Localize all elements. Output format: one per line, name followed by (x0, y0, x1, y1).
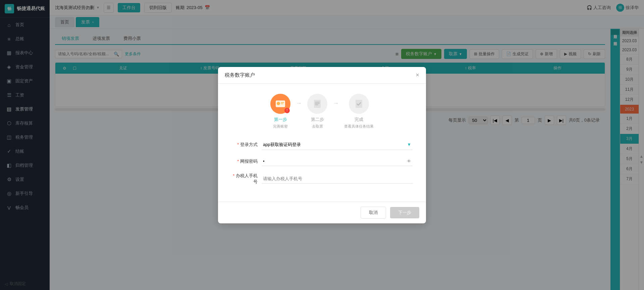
modal-title: 税务数字账户 (225, 72, 255, 78)
next-button[interactable]: 下一步 (390, 207, 419, 218)
svg-point-1 (277, 102, 280, 105)
step3-label: 完成 (355, 117, 363, 123)
required-star: * (237, 142, 239, 147)
svg-rect-2 (281, 102, 284, 103)
arrow-2-3: → (327, 94, 344, 107)
login-method-row: * 登录方式 app获取验证码登录 ▼ (231, 140, 413, 150)
password-row: * 网报密码 👁 (231, 157, 413, 166)
login-method-dropdown[interactable]: app获取验证码登录 ▼ (262, 140, 413, 150)
modal-header: 税务数字账户 × (218, 67, 426, 84)
svg-rect-5 (315, 102, 320, 102)
arrow-1-2: → (290, 94, 307, 107)
phone-row: * 办税人手机号 (231, 173, 413, 185)
svg-rect-3 (281, 103, 283, 104)
step1-svg (275, 98, 286, 109)
tax-digital-modal: 税务数字账户 × ! 第一步 (218, 67, 426, 223)
password-input[interactable] (263, 159, 407, 164)
step-1: ! 第一步 完善账密 (270, 94, 290, 129)
step2-icon (307, 94, 327, 114)
step1-badge: ! (284, 108, 290, 113)
password-required-star: * (237, 159, 239, 164)
step2-label: 第二步 (311, 117, 324, 123)
cancel-button[interactable]: 取消 (361, 207, 386, 219)
svg-rect-7 (315, 104, 318, 105)
modal-body: ! 第一步 完善账密 → (218, 84, 426, 202)
step3-icon (349, 94, 369, 114)
modal-close-button[interactable]: × (416, 72, 419, 79)
password-field-container: 👁 (262, 157, 413, 166)
step1-icon: ! (270, 94, 290, 114)
dropdown-icon: ▼ (407, 142, 411, 147)
modal-overlay: 税务数字账户 × ! 第一步 (0, 0, 644, 290)
step-3: 完成 查看具体任务结果 (344, 94, 374, 129)
modal-footer: 取消 下一步 (218, 202, 426, 223)
login-method-label: * 登录方式 (231, 142, 262, 148)
eye-icon[interactable]: 👁 (407, 159, 411, 164)
step1-label: 第一步 (274, 117, 287, 123)
step-2: 第二步 去取票 (307, 94, 327, 129)
svg-rect-6 (315, 103, 320, 104)
svg-rect-8 (356, 100, 362, 108)
step1-sublabel: 完善账密 (273, 124, 288, 129)
step3-sublabel: 查看具体任务结果 (344, 124, 374, 129)
step2-svg (312, 98, 323, 109)
login-method-value: app获取验证码登录 (263, 142, 301, 148)
steps-container: ! 第一步 完善账密 → (231, 94, 413, 129)
step2-sublabel: 去取票 (312, 124, 323, 129)
phone-label: * 办税人手机号 (231, 173, 262, 185)
phone-input[interactable] (262, 174, 413, 184)
password-label: * 网报密码 (231, 158, 262, 164)
phone-required-star: * (233, 173, 234, 178)
step3-svg (354, 98, 364, 109)
